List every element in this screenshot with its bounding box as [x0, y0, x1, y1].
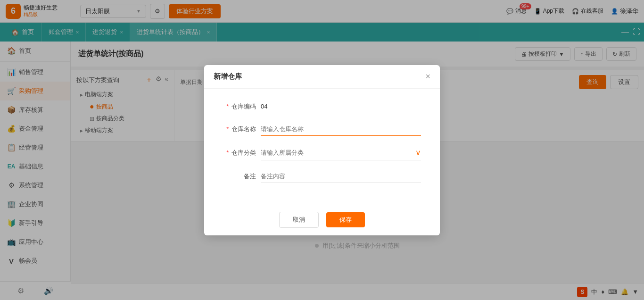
category-selector[interactable]: ∨ — [261, 145, 421, 160]
code-input[interactable] — [261, 100, 421, 113]
modal-overlay: 新增仓库 × * 仓库编码 * 仓库名称 — [0, 0, 644, 300]
category-input[interactable] — [261, 149, 415, 156]
new-warehouse-modal: 新增仓库 × * 仓库编码 * 仓库名称 — [204, 65, 440, 235]
name-label: 仓库名称 — [231, 125, 256, 133]
modal-body: * 仓库编码 * 仓库名称 * 仓库分类 — [204, 89, 440, 204]
chevron-down-category-icon: ∨ — [415, 148, 421, 157]
required-mark: * — [226, 103, 229, 110]
code-label: 仓库编码 — [231, 103, 256, 110]
form-row-remark: 备注 — [223, 170, 421, 183]
remark-label: 备注 — [223, 172, 261, 181]
category-label: 仓库分类 — [231, 149, 256, 156]
name-label-wrapper: * 仓库名称 — [223, 125, 261, 133]
required-mark-3: * — [226, 149, 229, 156]
required-mark-2: * — [226, 125, 229, 133]
modal-footer: 取消 保存 — [204, 204, 440, 235]
form-row-name: * 仓库名称 — [223, 123, 421, 136]
modal-title: 新增仓库 — [214, 72, 242, 81]
save-button[interactable]: 保存 — [326, 212, 365, 227]
form-row-code: * 仓库编码 — [223, 100, 421, 113]
remark-input[interactable] — [261, 170, 421, 183]
code-label-wrapper: * 仓库编码 — [223, 102, 261, 111]
name-input[interactable] — [261, 123, 421, 136]
form-row-category: * 仓库分类 ∨ — [223, 145, 421, 160]
modal-close-button[interactable]: × — [425, 72, 430, 82]
cancel-button[interactable]: 取消 — [279, 212, 319, 228]
category-label-wrapper: * 仓库分类 — [223, 149, 261, 157]
modal-header: 新增仓库 × — [204, 65, 440, 89]
